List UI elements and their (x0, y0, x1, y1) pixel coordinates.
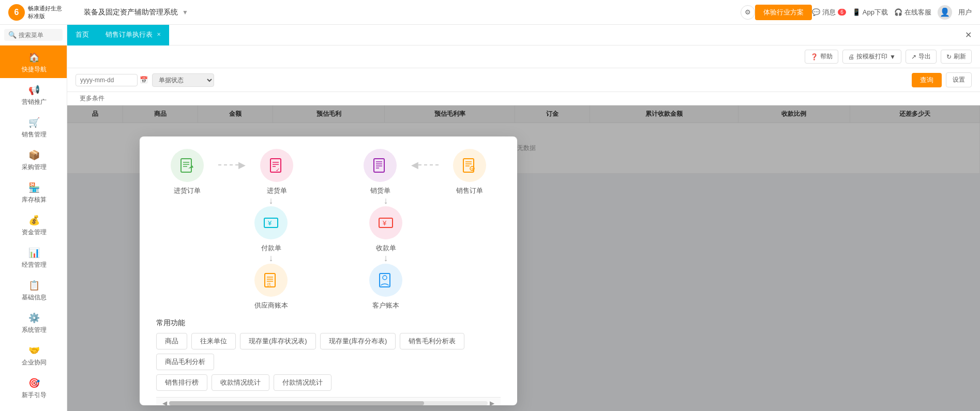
filter-settings-btn[interactable]: 设置 (946, 72, 972, 87)
sidebar-item-purchase[interactable]: 📦 采购管理 (0, 143, 67, 176)
modal: 进货订单 ▶ ✓ (140, 136, 517, 405)
sidebar-item-label: 快捷导航 (22, 65, 47, 74)
message-btn[interactable]: 💬 消息 6 (812, 8, 846, 17)
tab-close-icon[interactable]: ✕ (157, 32, 161, 37)
svg-text:✓: ✓ (276, 167, 280, 173)
date-filter: 📅 (76, 74, 148, 86)
customer-account-label: 客户账本 (372, 301, 399, 310)
workflow-purchase-bill[interactable]: ✓ 进货单 (246, 149, 308, 195)
system-icon: ⚙️ (28, 312, 40, 324)
status-select[interactable]: 单据状态 (152, 73, 214, 87)
app-download-btn[interactable]: 📱 App下载 (852, 8, 888, 17)
query-btn[interactable]: 查询 (912, 73, 942, 87)
svg-text:¥: ¥ (382, 219, 387, 227)
download-icon: 📱 (852, 8, 861, 16)
cf-btn-receipt-stat[interactable]: 收款情况统计 (212, 374, 269, 391)
workflow-collect-bill[interactable]: ¥ 收款单 (355, 206, 417, 253)
sidebar-item-marketing[interactable]: 📢 营销推广 (0, 78, 67, 111)
arrow-purchase-to-bill: ▶ (218, 159, 246, 171)
workflow-customer-account[interactable]: 客户账本 (355, 264, 417, 310)
cf-btn-product-profit[interactable]: 商品毛利分析 (156, 354, 214, 370)
customer-account-icon (369, 264, 402, 297)
cf-buttons-row1: 商品 往来单位 现存量(库存状况表) 现存量(库存分布表) 销售毛利分析表 商品… (156, 333, 501, 370)
help-btn[interactable]: ❓ 帮助 (805, 50, 838, 64)
message-icon: 💬 (812, 8, 820, 16)
scroll-right-btn[interactable]: ▶ (488, 400, 496, 405)
tab-sales-exec[interactable]: 销售订单执行表 ✕ (97, 25, 169, 45)
search-input[interactable] (19, 32, 58, 39)
workflow-pay-bill[interactable]: ¥ 付款单 (240, 206, 302, 253)
sidebar-item-system[interactable]: ⚙️ 系统管理 (0, 306, 67, 339)
scroll-left-btn[interactable]: ◀ (160, 400, 169, 405)
online-support-btn[interactable]: 🎧 在线客服 (894, 8, 931, 17)
guide-icon: 🎯 (28, 377, 40, 389)
purchase-icon: 📦 (28, 149, 40, 161)
cf-btn-stock-status[interactable]: 现存量(库存状况表) (240, 333, 316, 349)
logo-text: 畅康通好生意 标准版 (28, 5, 62, 20)
modal-overlay[interactable]: 进货订单 ▶ ✓ (67, 105, 980, 411)
enterprise-icon: 🤝 (28, 345, 40, 356)
logo-icon: 6 (8, 4, 25, 21)
inventory-icon: 🏪 (28, 182, 40, 193)
user-name[interactable]: 用户 (958, 8, 972, 17)
workflow-sales-order[interactable]: $ 销售订单 (439, 149, 501, 195)
sidebar-item-finance[interactable]: 💰 资金管理 (0, 208, 67, 241)
workflow-supplier-account[interactable]: 供 供应商账本 (240, 264, 302, 310)
sidebar-item-operation[interactable]: 📊 经营管理 (0, 241, 67, 273)
page-content: 品 商品 金额 预估毛利 预估毛利率 订金 累计收款金额 收款比例 还差多少天 (67, 105, 980, 411)
purchase-order-icon (171, 149, 204, 182)
more-conditions-btn[interactable]: 更多条件 (76, 93, 109, 104)
settings-icon[interactable]: ⚙ (741, 5, 755, 20)
avatar[interactable]: 👤 (938, 5, 952, 20)
sidebar-item-quick[interactable]: 🏠 快捷导航 (0, 45, 67, 78)
sidebar-item-sales[interactable]: 🛒 销售管理 (0, 111, 67, 143)
sidebar-item-guide[interactable]: 🎯 新手引导 (0, 371, 67, 404)
workflow-purchase-order[interactable]: 进货订单 (156, 149, 218, 195)
purchase-bill-icon: ✓ (260, 149, 293, 182)
purchase-order-label: 进货订单 (174, 186, 201, 195)
sidebar-item-enterprise[interactable]: 🤝 企业协同 (0, 339, 67, 371)
cf-btn-payment-stat[interactable]: 付款情况统计 (274, 374, 331, 391)
sales-icon: 🛒 (28, 117, 40, 128)
experience-btn[interactable]: 体验行业方案 (755, 5, 812, 20)
close-content-btn[interactable]: ✕ (957, 30, 980, 40)
system-title: 装备及固定资产辅助管理系统 ▼ (76, 8, 741, 17)
collect-bill-label: 收款单 (376, 243, 396, 253)
cf-btn-sales-profit[interactable]: 销售毛利分析表 (400, 333, 464, 349)
svg-text:供: 供 (267, 282, 271, 287)
help-icon: ❓ (810, 53, 818, 60)
sidebar-item-inventory[interactable]: 🏪 库存核算 (0, 176, 67, 208)
refresh-btn[interactable]: ↻ 刷新 (941, 50, 972, 64)
sales-bill-icon (364, 149, 397, 182)
supplier-account-icon: 供 (254, 264, 288, 297)
scrollbar-track[interactable] (169, 401, 488, 405)
cf-btn-sales-rank[interactable]: 销售排行榜 (156, 374, 207, 391)
dropdown-arrow-icon[interactable]: ▼ (182, 9, 188, 16)
sales-bill-label: 销货单 (370, 186, 390, 195)
cf-btn-product[interactable]: 商品 (156, 333, 187, 349)
logo-area: 6 畅康通好生意 标准版 (8, 4, 76, 21)
svg-text:¥: ¥ (267, 219, 272, 227)
template-print-btn[interactable]: 🖨 按模板打印 ▼ (842, 50, 901, 64)
sidebar-item-label: 基础信息 (22, 293, 47, 302)
tab-home[interactable]: 首页 (67, 25, 97, 45)
sidebar-item-label: 营销推广 (22, 98, 47, 106)
cf-btn-stock-dist[interactable]: 现存量(库存分布表) (320, 333, 396, 349)
toolbar: ❓ 帮助 🖨 按模板打印 ▼ ↗ 导出 ↻ 刷新 (67, 45, 980, 68)
export-btn[interactable]: ↗ 导出 (906, 50, 937, 64)
calendar-icon[interactable]: 📅 (140, 76, 148, 84)
arrow-sales-order-to-bill: ◀ (411, 159, 439, 171)
sidebar-item-basic[interactable]: 📋 基础信息 (0, 273, 67, 306)
sidebar-item-label: 采购管理 (22, 163, 47, 172)
down-arrow-sales: ↓ (355, 195, 417, 206)
tab-bar: 首页 销售订单执行表 ✕ ✕ (67, 25, 980, 45)
workflow-sales-bill[interactable]: 销货单 (349, 149, 411, 195)
basic-icon: 📋 (28, 280, 40, 291)
support-icon: 🎧 (894, 8, 902, 16)
sales-order-icon: $ (453, 149, 486, 182)
svg-rect-0 (181, 159, 191, 172)
down-arrow-collect: ↓ (355, 253, 417, 264)
cf-btn-contact[interactable]: 往来单位 (191, 333, 236, 349)
date-start-input[interactable] (76, 74, 138, 86)
tab-label: 销售订单执行表 (105, 30, 153, 39)
